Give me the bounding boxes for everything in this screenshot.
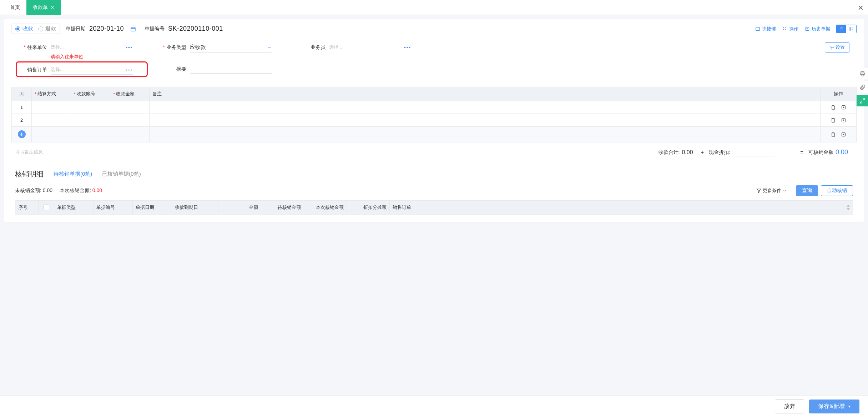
discount-input[interactable]: [732, 149, 775, 156]
col-disc: 折扣分摊额: [347, 201, 390, 214]
more-icon[interactable]: •••: [126, 45, 133, 50]
add-row-icon[interactable]: [841, 132, 846, 137]
salesorder-label: 销售订单: [19, 67, 47, 73]
cell-amount[interactable]: [110, 101, 150, 114]
remark-input[interactable]: 填写备注信息: [15, 147, 122, 157]
table-row: 2: [12, 114, 856, 127]
delete-icon[interactable]: [831, 117, 836, 123]
cell-settle[interactable]: [32, 114, 71, 126]
placeholder: 选择...: [51, 44, 126, 50]
calendar-icon[interactable]: [130, 26, 136, 32]
radio-icon: [15, 26, 20, 31]
cell-account[interactable]: [71, 101, 110, 114]
date-value[interactable]: 2020-01-10: [89, 25, 124, 32]
sum-value: 0.00: [682, 149, 693, 156]
history-button[interactable]: 历史单据: [805, 26, 830, 32]
expand-icon[interactable]: [857, 95, 868, 106]
action-label: 快捷键: [762, 26, 776, 32]
salesman-select[interactable]: 选择... •••: [329, 42, 411, 52]
radio-label: 退款: [45, 25, 56, 32]
placeholder: 选择...: [51, 66, 126, 73]
plus-sign: +: [701, 149, 704, 155]
cell-settle[interactable]: [32, 101, 71, 114]
svg-line-39: [863, 99, 864, 100]
gear-column[interactable]: [12, 87, 32, 101]
col-this: 本次核销金额: [304, 201, 347, 214]
filter-icon: [756, 188, 761, 193]
discount-label: 现金折扣:: [709, 149, 730, 156]
row-actions: [821, 101, 856, 114]
col-date: 单据日期: [133, 201, 172, 214]
salesorder-select[interactable]: 选择... •••: [51, 65, 133, 75]
col-amount: 金额: [218, 201, 261, 214]
writeoff-table: 序号 单据类型 单据编号 单据日期 收款到期日 金额 待核销金额 本次核销金额 …: [15, 200, 853, 215]
col-seq: 序号: [15, 201, 39, 214]
view-list-icon[interactable]: [836, 25, 846, 33]
radio-refund[interactable]: 退款: [38, 25, 56, 32]
summary-label: 摘要: [158, 66, 186, 72]
cell-note[interactable]: [150, 114, 821, 126]
value: 0.00: [43, 187, 52, 193]
cell-note[interactable]: [150, 101, 821, 114]
row-actions: [821, 127, 856, 142]
tab-home[interactable]: 首页: [4, 0, 26, 15]
settings-button[interactable]: 设置: [825, 42, 849, 52]
label: 本次核销金额:: [60, 187, 91, 193]
receipt-type-group: 收款 退款: [11, 24, 60, 34]
close-icon[interactable]: ✕: [51, 5, 54, 10]
action-label: 历史单据: [812, 26, 830, 32]
header-row: 收款 退款 单据日期 2020-01-10 单据编号 SK-20200110-0…: [4, 19, 864, 38]
table-add-row: +: [12, 127, 856, 142]
svg-marker-35: [847, 208, 850, 210]
payment-table: *结算方式 *收款账号 *收款金额 备注 操作 1 2: [11, 87, 857, 142]
number-label: 单据编号: [145, 26, 165, 32]
more-icon[interactable]: •••: [404, 45, 411, 50]
side-toolbar: [857, 68, 868, 109]
col-account: *收款账号: [71, 87, 110, 101]
grid-icon: [782, 26, 787, 31]
auto-writeoff-button[interactable]: 自动核销: [821, 185, 853, 196]
label: 未核销金额:: [15, 187, 41, 193]
form-area: 设置 往来单位 选择... ••• 请输入往来单位 业务类型 应收款: [4, 38, 864, 83]
radio-icon: [38, 26, 43, 31]
radio-receive[interactable]: 收款: [15, 25, 33, 32]
salesman-label: 业务员: [297, 44, 326, 51]
more-conditions[interactable]: 更多条件: [756, 187, 787, 194]
checkbox-all[interactable]: [44, 205, 49, 210]
close-all-icon[interactable]: ✕: [858, 4, 864, 12]
filter-row: 未核销金额: 0.00 本次核销金额: 0.00 更多条件 查询 自动核销: [15, 185, 853, 196]
add-row-icon[interactable]: [841, 117, 846, 123]
view-card-icon[interactable]: [846, 25, 856, 33]
col-no: 单据编号: [94, 201, 133, 214]
scroll-arrows[interactable]: [843, 201, 853, 214]
tabs-bar: 首页 收款单 ✕ ✕: [0, 0, 868, 15]
chevron-down-icon[interactable]: [267, 45, 272, 50]
tab-pending[interactable]: 待核销单据(0笔): [54, 171, 92, 177]
row-actions: [821, 114, 856, 126]
date-label: 单据日期: [66, 26, 86, 32]
print-icon[interactable]: [857, 68, 868, 79]
action-label: 操作: [789, 26, 798, 32]
query-button[interactable]: 查询: [796, 185, 818, 196]
partner-label: 往来单位: [19, 44, 47, 51]
delete-icon[interactable]: [831, 132, 836, 137]
add-row-button[interactable]: +: [12, 127, 32, 142]
more-icon[interactable]: •••: [126, 67, 133, 72]
attachment-icon[interactable]: [857, 81, 868, 93]
cell-account[interactable]: [71, 114, 110, 126]
table-header: *结算方式 *收款账号 *收款金额 备注 操作: [12, 87, 856, 101]
delete-icon[interactable]: [831, 105, 836, 110]
svg-marker-33: [757, 189, 761, 192]
operate-button[interactable]: 操作: [782, 26, 798, 32]
cell-amount[interactable]: [110, 114, 150, 126]
col-action: 操作: [821, 87, 856, 101]
placeholder: 选择...: [329, 44, 404, 50]
tab-receipt[interactable]: 收款单 ✕: [26, 0, 61, 15]
shortcut-button[interactable]: 快捷键: [755, 26, 776, 32]
add-row-icon[interactable]: [841, 105, 846, 110]
table-row: 1: [12, 101, 856, 114]
tab-done[interactable]: 已核销单据(0笔): [102, 171, 141, 177]
partner-select[interactable]: 选择... •••: [51, 42, 133, 52]
biztype-select[interactable]: 应收款: [190, 42, 272, 52]
summary-input[interactable]: [190, 65, 272, 74]
